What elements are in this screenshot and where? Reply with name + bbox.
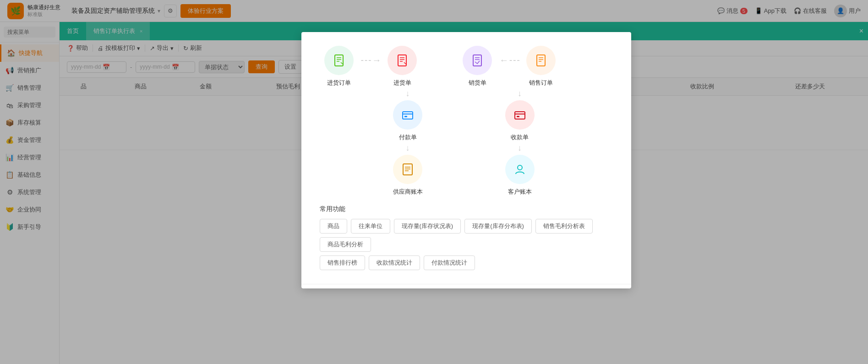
svg-rect-8 [473,55,481,66]
func-btn-sales-margin[interactable]: 销售毛利分析表 [535,219,593,234]
func-btn-product-margin[interactable]: 商品毛利分析 [320,237,371,252]
payment-icon [393,100,422,130]
supplier-account-label: 供应商账本 [393,188,423,196]
svg-rect-11 [537,55,545,66]
flow-node-purchase-bill[interactable]: 进货单 [388,46,417,87]
common-functions-title: 常用功能 [320,205,613,213]
flow-node-sales-order[interactable]: 销售订单 [526,46,556,87]
down-arrow-2: ↓ [518,89,522,98]
main-content: 首页 销售订单执行表 × × ❓ 帮助 🖨 [60,22,868,364]
arrow-2: ← - - - [497,55,521,78]
function-buttons-row2: 销售排行榜 收款情况统计 付款情况统计 [320,255,613,270]
down-arrow-4: ↓ [518,143,522,153]
flow-node-payment[interactable]: 付款单 [393,100,422,141]
scroll-left-arrow[interactable]: ◀ [309,288,313,288]
func-btn-product[interactable]: 商品 [320,219,347,234]
purchase-bill-label: 进货单 [393,79,411,87]
common-functions-section: 常用功能 商品 往来单位 现存量(库存状况表) 现存量(库存分布表) 销售毛利分… [320,205,613,270]
customer-account-icon [505,155,535,184]
flow-modal: 进货订单 - - - → 进货单 [301,32,631,288]
flow-sub-right: ↓ 收款单 ↓ [501,87,539,196]
down-arrow-1: ↓ [406,89,410,98]
sales-bill-label: 销货单 [469,79,486,87]
svg-rect-17 [404,116,407,117]
flow-node-supplier-account[interactable]: 供应商账本 [393,155,423,196]
flow-top-row: 进货订单 - - - → 进货单 [320,46,613,87]
flow-node-purchase-order[interactable]: 进货订单 [324,46,354,87]
sales-bill-icon [463,46,492,75]
receipt-icon [505,100,535,130]
flow-second-section: ↓ 付款单 ↓ [320,87,613,196]
payment-label: 付款单 [399,133,417,141]
svg-rect-4 [398,55,406,66]
down-arrow-3: ↓ [406,143,410,153]
func-btn-sales-rank[interactable]: 销售排行榜 [320,255,365,270]
func-btn-payment-stats[interactable]: 付款情况统计 [424,255,475,270]
purchase-order-icon [324,46,354,75]
modal-content: 进货订单 - - - → 进货单 [301,32,631,284]
flow-node-sales-bill[interactable]: 销货单 [463,46,492,87]
scroll-right-arrow[interactable]: ▶ [620,288,624,288]
supplier-account-icon [393,155,422,184]
receipt-label: 收款单 [511,133,529,141]
svg-rect-18 [403,164,412,175]
purchase-bill-icon [388,46,417,75]
svg-rect-0 [335,55,343,66]
modal-overlay[interactable]: 进货订单 - - - → 进货单 [60,22,868,364]
customer-account-label: 客户账本 [508,188,532,196]
svg-rect-15 [403,112,413,119]
func-btn-inventory-dist[interactable]: 现存量(库存分布表) [464,219,532,234]
sales-order-label: 销售订单 [529,79,553,87]
func-btn-receipt-stats[interactable]: 收款情况统计 [369,255,420,270]
svg-rect-22 [515,112,525,119]
svg-rect-24 [517,116,519,117]
sales-order-icon [526,46,556,75]
arrow-1: - - - → [359,55,382,78]
purchase-order-label: 进货订单 [327,79,351,87]
func-btn-inventory-status[interactable]: 现存量(库存状况表) [394,219,461,234]
function-buttons-row1: 商品 往来单位 现存量(库存状况表) 现存量(库存分布表) 销售毛利分析表 商品… [320,219,613,252]
svg-point-25 [518,165,522,170]
flow-sub-left: ↓ 付款单 ↓ [388,87,427,196]
flow-node-customer-account[interactable]: 客户账本 [505,155,535,196]
modal-scrollbar: ◀ ▶ [301,284,631,288]
func-btn-contacts[interactable]: 往来单位 [351,219,390,234]
flow-node-receipt[interactable]: 收款单 [505,100,535,141]
